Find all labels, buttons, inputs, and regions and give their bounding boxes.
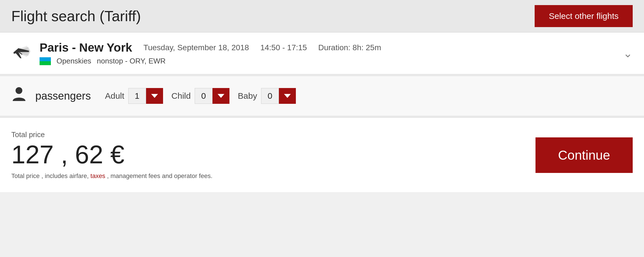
total-price-label: Total price xyxy=(11,130,213,139)
adult-group: Adult 1 xyxy=(105,88,163,104)
child-chevron-icon xyxy=(218,94,224,98)
adult-label: Adult xyxy=(105,91,124,101)
price-note-prefix: Total price , includes airfare, xyxy=(11,172,89,179)
airline-name: Openskies xyxy=(57,57,91,65)
flight-sub-row: Openskies nonstop - ORY, EWR xyxy=(40,57,381,65)
select-other-flights-button[interactable]: Select other flights xyxy=(535,5,633,27)
child-label: Child xyxy=(172,91,191,101)
child-dropdown-button[interactable] xyxy=(213,88,229,104)
flight-info-left: Paris - New York Tuesday, September 18, … xyxy=(11,41,381,65)
baby-count: 0 xyxy=(261,88,279,104)
continue-button[interactable]: Continue xyxy=(535,137,633,173)
flight-date: Tuesday, September 18, 2018 xyxy=(144,43,249,52)
adult-dropdown-button[interactable] xyxy=(146,88,163,104)
adult-count: 1 xyxy=(128,88,146,104)
child-count: 0 xyxy=(195,88,213,104)
baby-label: Baby xyxy=(238,91,257,101)
price-note: Total price , includes airfare, taxes , … xyxy=(11,172,213,180)
price-amount: 127 , 62 € xyxy=(11,142,213,167)
flight-duration: Duration: 8h: 25m xyxy=(318,43,381,52)
child-group: Child 0 xyxy=(172,88,229,104)
baby-group: Baby 0 xyxy=(238,88,296,104)
plane-icon xyxy=(11,43,31,64)
baby-dropdown-button[interactable] xyxy=(279,88,296,104)
flight-expand-icon[interactable]: ⌄ xyxy=(623,47,633,60)
flight-details: Paris - New York Tuesday, September 18, … xyxy=(40,41,381,65)
price-section: Total price 127 , 62 € Total price , inc… xyxy=(0,118,644,192)
price-note-suffix: , management fees and operator fees. xyxy=(107,172,213,179)
flight-info-section: Paris - New York Tuesday, September 18, … xyxy=(0,32,644,76)
flight-main-row: Paris - New York Tuesday, September 18, … xyxy=(40,41,381,54)
svg-point-0 xyxy=(16,87,22,94)
baby-chevron-icon xyxy=(284,94,291,98)
passengers-section: passengers Adult 1 Child 0 Baby 0 xyxy=(0,76,644,118)
page-header: Flight search (Tariff) Select other flig… xyxy=(0,0,644,32)
page-title: Flight search (Tariff) xyxy=(11,8,141,25)
flight-stops: nonstop - ORY, EWR xyxy=(97,57,166,65)
passengers-icon xyxy=(11,86,27,106)
flight-time: 14:50 - 17:15 xyxy=(260,43,307,52)
airline-logo xyxy=(40,57,51,65)
flight-route: Paris - New York xyxy=(40,41,132,54)
adult-chevron-icon xyxy=(151,94,158,98)
passengers-label: passengers xyxy=(35,90,91,102)
price-note-taxes[interactable]: taxes xyxy=(90,172,105,179)
price-info: Total price 127 , 62 € Total price , inc… xyxy=(11,130,213,180)
